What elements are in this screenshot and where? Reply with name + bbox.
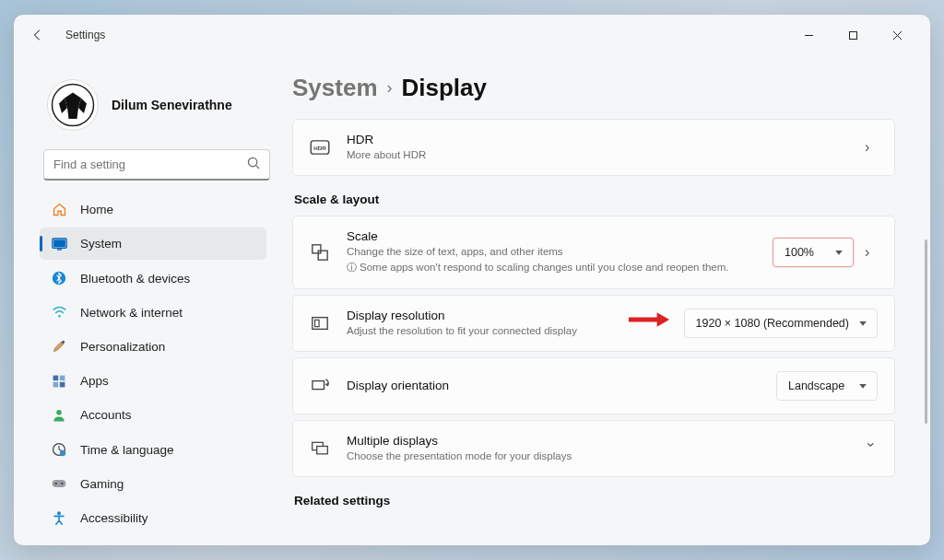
annotation-arrow-icon [627,310,671,329]
svg-rect-32 [315,320,320,326]
sidebar-item-personalization[interactable]: Personalization [40,331,266,363]
sidebar-item-network[interactable]: Network & internet [40,297,266,329]
close-button[interactable] [877,21,917,49]
breadcrumb: System › Display [292,74,904,102]
svg-rect-16 [53,375,59,380]
settings-window: Settings Dilum Senevirathne [14,15,930,545]
search-wrap [43,149,270,181]
card-subtitle: Choose the presentation mode for your di… [347,449,848,463]
gamepad-icon [51,475,67,492]
bluetooth-icon [51,270,67,286]
svg-rect-18 [53,381,59,387]
card-scale[interactable]: Scale Change the size of text, apps, and… [292,216,895,288]
sidebar-item-system[interactable]: System [40,228,266,260]
search-icon [247,157,261,174]
maximize-button[interactable] [832,21,873,49]
accessibility-icon [51,509,67,526]
svg-marker-8 [67,108,78,119]
card-hdr[interactable]: HDR HDR More about HDR › [292,119,895,176]
hdr-icon: HDR [310,137,330,158]
chevron-down-icon: › [863,442,879,455]
search-input[interactable] [43,149,270,181]
home-icon [51,202,67,218]
sidebar-item-home[interactable]: Home [40,193,266,226]
wifi-icon [51,304,67,321]
avatar [47,79,99,131]
close-icon [892,30,903,41]
sidebar-item-gaming[interactable]: Gaming [40,468,266,500]
apps-icon [51,373,67,390]
scale-icon [310,242,330,262]
window-body: Dilum Senevirathne Home System [14,55,930,545]
page-title: Display [402,74,488,102]
sidebar-item-label: Time & language [80,443,174,457]
card-note: Some apps won't respond to scaling chang… [360,260,728,274]
soccer-ball-icon [51,83,95,127]
scale-dropdown[interactable]: 100% [773,238,854,267]
nav: Home System Bluetooth & devices Network … [40,193,274,534]
minimize-icon [804,30,814,41]
svg-text:HDR: HDR [313,145,326,151]
user-block[interactable]: Dilum Senevirathne [40,66,274,149]
chevron-right-icon: › [387,78,393,98]
content-scroll[interactable]: HDR HDR More about HDR › Scale & layout … [292,119,904,536]
section-scale-layout: Scale & layout [294,192,895,206]
svg-point-15 [58,315,61,318]
paintbrush-icon [51,338,67,355]
sidebar-item-label: Apps [80,374,109,388]
resolution-icon [310,313,330,333]
svg-rect-30 [318,251,327,260]
sidebar-item-label: Personalization [80,340,165,354]
maximize-icon [848,30,858,41]
sidebar-item-label: Accounts [80,408,132,422]
card-title: Scale [347,229,756,243]
sidebar-item-accessibility[interactable]: Accessibility [40,502,266,534]
titlebar: Settings [14,15,930,55]
person-icon [51,407,67,424]
chevron-right-icon: › [865,244,878,261]
minimize-button[interactable] [788,21,829,49]
svg-point-22 [60,450,65,456]
svg-line-10 [256,166,259,169]
svg-rect-12 [53,239,65,247]
svg-rect-33 [313,380,324,389]
svg-point-9 [248,158,256,166]
window-controls [788,21,923,49]
resolution-dropdown[interactable]: 1920 × 1080 (Recommended) [684,309,878,338]
svg-rect-29 [313,245,321,253]
card-title: HDR [347,133,848,146]
arrow-left-icon [31,29,44,41]
sidebar: Dilum Senevirathne Home System [14,55,281,545]
back-button[interactable] [21,18,54,52]
svg-point-20 [56,410,62,415]
sidebar-item-time[interactable]: Time & language [40,433,266,465]
svg-rect-19 [60,381,65,387]
card-title: Display orientation [347,379,760,392]
card-title: Multiple displays [347,434,848,448]
breadcrumb-parent[interactable]: System [292,74,378,102]
scrollbar-thumb[interactable] [925,239,927,424]
svg-rect-23 [53,480,66,487]
sidebar-item-accounts[interactable]: Accounts [40,399,266,431]
card-subtitle: Adjust the resolution to fit your connec… [347,323,667,338]
sidebar-item-bluetooth[interactable]: Bluetooth & devices [40,262,266,294]
sidebar-item-apps[interactable]: Apps [40,365,266,397]
card-orientation[interactable]: Display orientation Landscape [292,357,895,414]
info-icon: ⓘ [347,262,357,273]
card-subtitle: More about HDR [347,147,848,162]
orientation-dropdown[interactable]: Landscape [776,371,878,401]
svg-rect-1 [849,31,856,39]
sidebar-item-label: Bluetooth & devices [80,272,190,286]
svg-rect-17 [60,375,65,380]
orientation-icon [310,376,330,396]
card-subtitle: Change the size of text, apps, and other… [347,244,756,259]
card-multiple-displays[interactable]: Multiple displays Choose the presentatio… [292,420,895,477]
sidebar-item-label: Network & internet [80,306,183,320]
multiple-displays-icon [310,438,330,459]
chevron-right-icon: › [865,139,878,156]
sidebar-item-label: System [80,237,122,251]
card-resolution[interactable]: Display resolution Adjust the resolution… [292,295,895,352]
sidebar-item-label: Gaming [80,477,124,491]
window-title: Settings [65,29,105,41]
user-name: Dilum Senevirathne [112,98,232,112]
